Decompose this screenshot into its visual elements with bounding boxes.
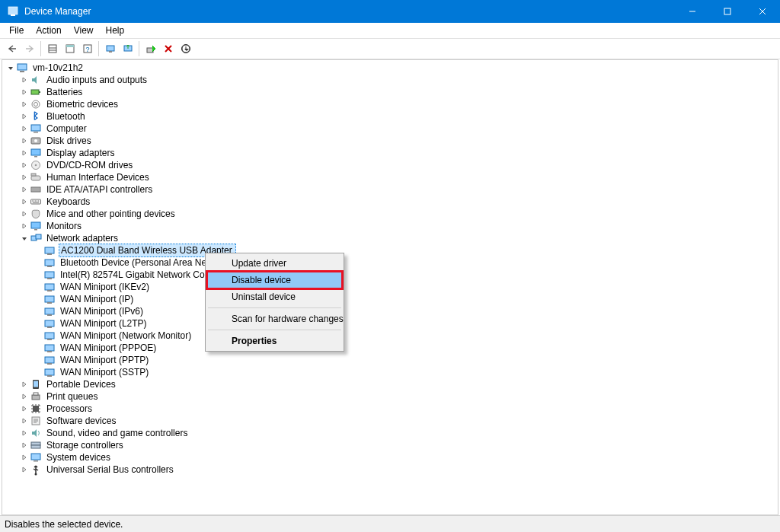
network-adapter-item[interactable]: Intel(R) 82574L Gigabit Network Cor — [2, 269, 778, 281]
collapsed-arrow-icon[interactable] — [19, 464, 30, 475]
collapsed-arrow-icon[interactable] — [19, 403, 30, 414]
svg-rect-52 — [47, 314, 52, 316]
network-adapter-item[interactable]: WAN Miniport (L2TP) — [2, 317, 778, 330]
device-category[interactable]: Portable Devices — [2, 378, 778, 390]
device-category[interactable]: Bluetooth — [2, 110, 778, 123]
device-category-icon — [30, 378, 42, 390]
device-category[interactable]: DVD/CD-ROM drives — [2, 159, 778, 171]
forward-button[interactable] — [21, 40, 38, 57]
device-category[interactable]: Processors — [2, 403, 778, 415]
device-category[interactable]: Storage controllers — [2, 439, 778, 451]
network-adapter-icon — [43, 330, 56, 342]
collapsed-arrow-icon[interactable] — [19, 379, 30, 390]
device-category[interactable]: Sound, video and game controllers — [2, 427, 778, 439]
maximize-button[interactable] — [710, 0, 745, 23]
properties-button[interactable] — [61, 40, 78, 57]
network-adapter-item[interactable]: WAN Miniport (PPPOE) — [2, 342, 778, 354]
context-menu-item[interactable]: Uninstall device — [207, 288, 342, 305]
device-category-icon — [30, 147, 42, 159]
context-menu-item[interactable]: Scan for hardware changes — [207, 311, 342, 327]
collapsed-arrow-icon[interactable] — [19, 111, 30, 122]
device-category[interactable]: Mice and other pointing devices — [2, 208, 778, 220]
device-category[interactable]: Print queues — [2, 390, 778, 403]
category-label: Biometric devices — [45, 98, 120, 110]
device-category[interactable]: Universal Serial Bus controllers — [2, 464, 778, 476]
category-label: Disk drives — [45, 135, 93, 147]
collapsed-arrow-icon[interactable] — [19, 391, 30, 402]
device-category-icon — [30, 98, 42, 110]
device-category[interactable]: Computer — [2, 123, 778, 135]
disable-device-button[interactable] — [177, 40, 194, 57]
network-adapter-item[interactable]: WAN Miniport (PPTP) — [2, 354, 778, 366]
window-title: Device Manager — [24, 6, 91, 17]
show-hide-tree-button[interactable] — [43, 40, 61, 57]
menu-help[interactable]: Help — [100, 24, 131, 37]
svg-rect-64 — [34, 381, 38, 387]
collapsed-arrow-icon[interactable] — [19, 440, 30, 451]
uninstall-device-button[interactable] — [159, 40, 177, 57]
network-adapter-item[interactable]: WAN Miniport (SSTP) — [2, 366, 778, 378]
network-adapter-item[interactable]: Bluetooth Device (Personal Area Net — [2, 256, 778, 269]
menu-separator — [208, 330, 341, 330]
back-button[interactable] — [3, 40, 21, 57]
collapsed-arrow-icon[interactable] — [19, 428, 30, 438]
svg-rect-36 — [31, 199, 41, 204]
collapsed-arrow-icon[interactable] — [19, 452, 30, 463]
collapsed-arrow-icon[interactable] — [19, 87, 30, 97]
expanded-arrow-icon[interactable] — [19, 233, 30, 244]
expanded-arrow-icon[interactable] — [5, 62, 16, 73]
collapsed-arrow-icon[interactable] — [19, 172, 30, 183]
menu-file[interactable]: File — [3, 24, 30, 37]
svg-rect-20 — [20, 71, 24, 72]
network-adapter-item[interactable]: WAN Miniport (Network Monitor) — [2, 330, 778, 342]
minimize-button[interactable] — [675, 0, 710, 23]
svg-rect-60 — [47, 363, 52, 365]
enable-device-button[interactable] — [142, 40, 159, 57]
category-label: Bluetooth — [45, 110, 87, 123]
context-menu-item[interactable]: Update driver — [207, 255, 342, 272]
collapsed-arrow-icon[interactable] — [19, 184, 30, 195]
collapsed-arrow-icon[interactable] — [19, 99, 30, 110]
device-category[interactable]: Audio inputs and outputs — [2, 74, 778, 86]
device-category-icon — [30, 159, 42, 171]
help-button[interactable]: ? — [78, 40, 96, 57]
collapsed-arrow-icon[interactable] — [19, 75, 30, 85]
menu-view[interactable]: View — [68, 24, 100, 37]
collapsed-arrow-icon[interactable] — [19, 135, 30, 146]
menu-action[interactable]: Action — [30, 24, 67, 37]
scan-hardware-button[interactable] — [101, 40, 119, 57]
close-button[interactable] — [745, 0, 780, 23]
category-label: System devices — [45, 451, 112, 464]
network-adapter-icon — [43, 244, 56, 256]
device-category[interactable]: Display adapters — [2, 147, 778, 159]
device-label: WAN Miniport (IPv6) — [59, 305, 145, 317]
device-category[interactable]: Monitors — [2, 220, 778, 232]
collapsed-arrow-icon[interactable] — [19, 209, 30, 219]
tree-root[interactable]: vm-10v21h2 — [2, 62, 778, 74]
network-adapter-item[interactable]: WAN Miniport (IP) — [2, 293, 778, 305]
device-category[interactable]: Batteries — [2, 86, 778, 98]
device-category[interactable]: Keyboards — [2, 196, 778, 208]
device-category[interactable]: Biometric devices — [2, 98, 778, 110]
collapsed-arrow-icon[interactable] — [19, 416, 30, 426]
device-category[interactable]: Software devices — [2, 415, 778, 427]
context-menu-item[interactable]: Properties — [207, 333, 342, 349]
device-category[interactable]: Disk drives — [2, 135, 778, 147]
device-category-network[interactable]: Network adapters — [2, 232, 778, 244]
svg-rect-13 — [107, 46, 114, 51]
collapsed-arrow-icon[interactable] — [19, 148, 30, 158]
update-driver-button[interactable] — [119, 40, 136, 57]
network-adapter-item[interactable]: AC1200 Dual Band Wireless USB Adapter — [2, 244, 778, 256]
context-menu-item[interactable]: Disable device — [207, 272, 342, 288]
collapsed-arrow-icon[interactable] — [19, 123, 30, 134]
collapsed-arrow-icon[interactable] — [19, 221, 30, 231]
network-adapter-item[interactable]: WAN Miniport (IPv6) — [2, 305, 778, 317]
device-category[interactable]: IDE ATA/ATAPI controllers — [2, 183, 778, 196]
collapsed-arrow-icon[interactable] — [19, 196, 30, 207]
device-category[interactable]: System devices — [2, 451, 778, 464]
device-category[interactable]: Human Interface Devices — [2, 171, 778, 183]
device-label: WAN Miniport (PPTP) — [59, 354, 150, 366]
network-adapter-item[interactable]: WAN Miniport (IKEv2) — [2, 281, 778, 293]
svg-text:?: ? — [85, 46, 89, 53]
collapsed-arrow-icon[interactable] — [19, 160, 30, 170]
